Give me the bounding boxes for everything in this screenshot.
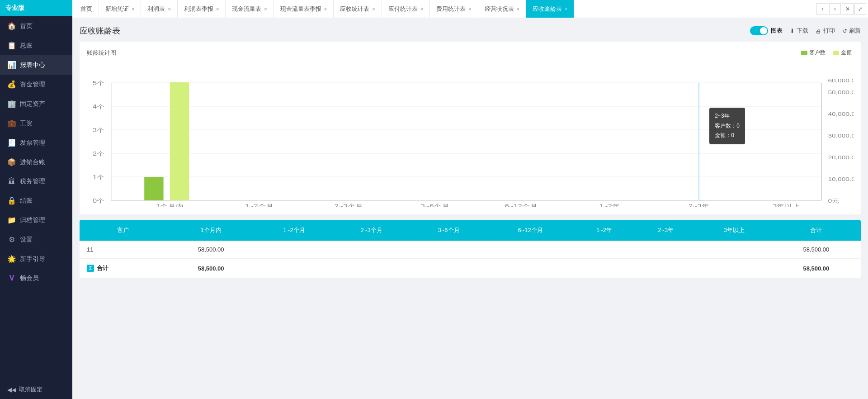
tab-profit[interactable]: 利润表 × bbox=[141, 0, 177, 18]
tax-icon: 🏛 bbox=[7, 177, 16, 185]
chart-legend: 客户数 金额 bbox=[801, 49, 852, 57]
main-content: 首页 新增凭证 × 利润表 × 利润表季报 × 现金流量表 × 现金流量表季报 … bbox=[72, 0, 868, 399]
sidebar-item-fixed-assets[interactable]: 🏢 固定资产 bbox=[0, 94, 72, 114]
table-row: 11 58,500.00 58,500.00 bbox=[80, 241, 861, 259]
refresh-icon: ↺ bbox=[842, 28, 847, 34]
download-button[interactable]: ⬇ 下载 bbox=[790, 27, 808, 35]
tab-operations-close[interactable]: × bbox=[517, 6, 519, 12]
td-total-month1-2 bbox=[255, 259, 333, 278]
sidebar-item-invoice[interactable]: 🧾 发票管理 bbox=[0, 133, 72, 152]
svg-text:1个月内: 1个月内 bbox=[156, 203, 184, 207]
tab-profit-quarterly-close[interactable]: × bbox=[216, 6, 219, 12]
td-month2-3 bbox=[333, 241, 410, 259]
unpin-button[interactable]: ◀◀ 取消固定 bbox=[0, 380, 72, 399]
td-year2-3 bbox=[635, 241, 697, 259]
svg-text:1~2个月: 1~2个月 bbox=[245, 203, 274, 207]
tab-ar-stats[interactable]: 应收统计表 × bbox=[334, 0, 382, 18]
sidebar-item-closing[interactable]: 🔒 结账 bbox=[0, 191, 72, 210]
tab-ar-aging-label: 应收账龄表 bbox=[533, 5, 562, 13]
td-total-label: Σ 合计 bbox=[80, 259, 166, 278]
sidebar-item-sales-ledger[interactable]: 📦 进销台账 bbox=[0, 152, 72, 172]
tab-expense-close[interactable]: × bbox=[468, 6, 471, 12]
sidebar-item-settings[interactable]: ⚙ 设置 bbox=[0, 230, 72, 249]
tab-new-voucher-close[interactable]: × bbox=[132, 6, 134, 12]
page-content: 应收账龄表 图表 ⬇ 下载 🖨 打印 ↺ 刷新 bbox=[72, 18, 868, 399]
closing-icon: 🔒 bbox=[7, 196, 16, 205]
svg-text:2个: 2个 bbox=[93, 151, 105, 157]
svg-text:3个: 3个 bbox=[93, 127, 105, 133]
tab-nav-buttons: ‹ › ✕ ⤢ bbox=[816, 3, 866, 15]
td-month1: 58,500.00 bbox=[166, 241, 255, 259]
svg-text:60,000.00元: 60,000.00元 bbox=[828, 78, 854, 83]
page-actions: 图表 ⬇ 下载 🖨 打印 ↺ 刷新 bbox=[750, 26, 861, 35]
tab-cash-flow-quarterly[interactable]: 现金流量表季报 × bbox=[274, 0, 334, 18]
tab-close-all-button[interactable]: ✕ bbox=[842, 3, 854, 15]
tab-ap-stats-close[interactable]: × bbox=[420, 6, 423, 12]
th-customer: 客户 bbox=[80, 220, 166, 241]
tab-ar-aging[interactable]: 应收账龄表 × bbox=[526, 0, 574, 18]
tab-cash-flow[interactable]: 现金流量表 × bbox=[226, 0, 274, 18]
td-total-total: 58,500.00 bbox=[772, 259, 861, 278]
tab-profit-close[interactable]: × bbox=[168, 6, 170, 12]
invoice-icon: 🧾 bbox=[7, 138, 16, 147]
sidebar-item-report-center[interactable]: 📊 报表中心 bbox=[0, 55, 72, 75]
td-month6-12 bbox=[487, 241, 573, 259]
td-total-month2-3 bbox=[333, 259, 410, 278]
total-icon: Σ bbox=[87, 265, 94, 272]
tab-home[interactable]: 首页 bbox=[74, 0, 99, 18]
tab-operations[interactable]: 经营状况表 × bbox=[478, 0, 526, 18]
tab-cash-flow-quarterly-close[interactable]: × bbox=[324, 6, 327, 12]
unpin-icon: ◀◀ bbox=[7, 386, 16, 393]
sidebar-item-archive[interactable]: 📁 归档管理 bbox=[0, 210, 72, 230]
sidebar-item-member[interactable]: V 畅会员 bbox=[0, 269, 72, 288]
tab-new-voucher-label: 新增凭证 bbox=[105, 5, 129, 13]
bar-customer-month1 bbox=[144, 177, 163, 200]
sidebar-item-fund-management[interactable]: 💰 资金管理 bbox=[0, 75, 72, 94]
tab-home-label: 首页 bbox=[80, 5, 92, 13]
svg-text:50,000.00元: 50,000.00元 bbox=[828, 90, 854, 95]
tab-cash-flow-close[interactable]: × bbox=[264, 6, 267, 12]
td-total-year3plus bbox=[697, 259, 772, 278]
print-button[interactable]: 🖨 打印 bbox=[816, 27, 835, 35]
tab-expense-label: 费用统计表 bbox=[436, 5, 466, 13]
download-label: 下载 bbox=[797, 27, 808, 35]
toggle-track[interactable] bbox=[750, 26, 768, 35]
chart-area: 0个 1个 2个 3个 4个 5个 bbox=[87, 62, 854, 207]
tab-ap-stats-label: 应付统计表 bbox=[388, 5, 418, 13]
sales-icon: 📦 bbox=[7, 158, 16, 166]
tab-new-voucher[interactable]: 新增凭证 × bbox=[99, 0, 141, 18]
sidebar-item-home[interactable]: 🏠 首页 bbox=[0, 16, 72, 36]
tab-next-button[interactable]: › bbox=[829, 3, 841, 15]
svg-text:1~2年: 1~2年 bbox=[599, 203, 620, 207]
tab-ap-stats[interactable]: 应付统计表 × bbox=[382, 0, 430, 18]
tab-operations-label: 经营状况表 bbox=[485, 5, 514, 13]
table-header-row: 客户 1个月内 1~2个月 2~3个月 3~6个月 6~12个月 1~2年 2~… bbox=[80, 220, 861, 241]
chart-icon: 📊 bbox=[7, 61, 16, 69]
tabs-bar: 首页 新增凭证 × 利润表 × 利润表季报 × 现金流量表 × 现金流量表季报 … bbox=[72, 0, 868, 18]
tab-ar-aging-close[interactable]: × bbox=[565, 6, 567, 12]
refresh-button[interactable]: ↺ 刷新 bbox=[842, 27, 861, 35]
th-month6-12: 6~12个月 bbox=[487, 220, 573, 241]
fund-icon: 💰 bbox=[7, 80, 16, 89]
svg-text:1个: 1个 bbox=[93, 174, 105, 180]
tab-fullscreen-button[interactable]: ⤢ bbox=[854, 3, 866, 15]
tab-cash-flow-quarterly-label: 现金流量表季报 bbox=[280, 5, 321, 13]
tab-expense[interactable]: 费用统计表 × bbox=[430, 0, 478, 18]
tab-prev-button[interactable]: ‹ bbox=[816, 3, 828, 15]
sidebar-item-guide[interactable]: 🌟 新手引导 bbox=[0, 249, 72, 269]
th-month2-3: 2~3个月 bbox=[333, 220, 410, 241]
svg-text:3年以上: 3年以上 bbox=[773, 203, 800, 207]
tab-profit-quarterly[interactable]: 利润表季报 × bbox=[178, 0, 226, 18]
sidebar-item-payroll[interactable]: 💼 工资 bbox=[0, 114, 72, 133]
print-icon: 🖨 bbox=[816, 28, 821, 34]
sidebar-item-tax[interactable]: 🏛 税务管理 bbox=[0, 172, 72, 191]
tab-ar-stats-close[interactable]: × bbox=[372, 6, 375, 12]
chart-title: 账龄统计图 bbox=[87, 49, 854, 57]
sidebar-item-general-ledger[interactable]: 📋 总账 bbox=[0, 36, 72, 55]
th-year1-2: 1~2年 bbox=[573, 220, 635, 241]
chart-toggle[interactable]: 图表 bbox=[750, 26, 783, 35]
toggle-thumb bbox=[760, 27, 767, 34]
legend-amount: 金额 bbox=[833, 49, 852, 57]
td-total-month1: 58,500.00 bbox=[166, 259, 255, 278]
svg-text:3~6个月: 3~6个月 bbox=[421, 203, 449, 207]
